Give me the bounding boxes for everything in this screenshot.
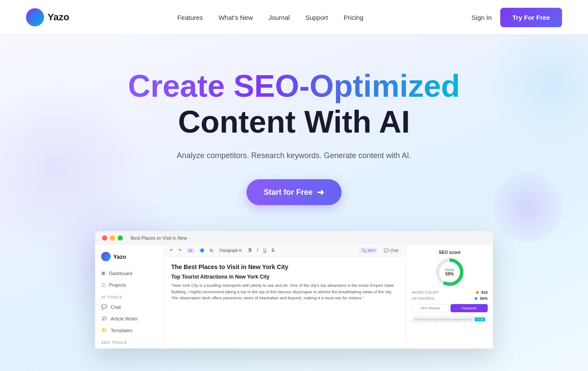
toolbar-underline[interactable]: U	[263, 248, 266, 253]
sidebar-item-projects[interactable]: ◫ Projects	[95, 279, 164, 291]
stat-keywords-label: KEYWORDS	[412, 296, 435, 301]
editor-content: The Best Places to Visit in New York Cit…	[164, 257, 406, 349]
editor-subtitle: Top Tourist Attractions in New York City	[171, 274, 399, 280]
dot-blue	[475, 297, 477, 300]
sidebar-item-article-writer[interactable]: 📰 Article Writer	[95, 313, 164, 324]
nav-support[interactable]: Support	[305, 14, 328, 21]
editor-body: "New York City is a bustling metropolis …	[171, 282, 399, 301]
gauge-label: Good	[445, 268, 454, 272]
toolbar-strikethrough[interactable]: S	[272, 248, 275, 253]
mockup-sidebar: Yazo ▣ Dashboard ◫ Projects AI TOOLS 💬 C…	[95, 245, 164, 349]
toolbar-bold[interactable]: B	[249, 248, 252, 253]
chat-icon: 💬	[101, 304, 107, 310]
hero-subtext: Analyze competitors. Research keywords. …	[177, 151, 411, 160]
start-free-button[interactable]: Start for Free ➜	[246, 179, 342, 205]
gauge-circle: Good 59%	[436, 258, 463, 286]
keyword-search-bar[interactable]: Find the best performing keywords for 5 …	[412, 316, 488, 323]
hero-section: Create SEO-Optimized Content With AI Ana…	[0, 35, 588, 371]
toolbar-redo[interactable]: ↷	[178, 248, 182, 253]
stat-wordcount-label: WORD COUNT	[412, 290, 439, 295]
headline-gradient-text: Create SEO-Optimized	[128, 69, 460, 103]
nav-journal[interactable]: Journal	[268, 14, 290, 21]
nav-actions: Sign In Try For Free	[472, 8, 562, 27]
deco-top-right	[484, 35, 588, 147]
seo-score-title: SEO score	[412, 250, 488, 255]
keywords-tab[interactable]: Keywords	[451, 304, 488, 312]
ai-tools-label: AI TOOLS	[95, 291, 164, 301]
seo-stats: WORD COUNT 815 KEYWORDS 56%	[412, 290, 488, 301]
titlebar-red-dot	[102, 235, 107, 241]
toolbar-italic[interactable]: I	[257, 248, 258, 253]
seo-tab-button[interactable]: 🔍 SEO	[359, 247, 378, 254]
toolbar-copy[interactable]: ⧉	[210, 248, 213, 253]
app-mockup: Best Places to Visit in New Yazo ▣ Dashb…	[95, 231, 493, 349]
mockup-titlebar: Best Places to Visit in New	[95, 231, 493, 245]
dashboard-icon: ▣	[101, 270, 105, 276]
dot-orange	[476, 291, 479, 294]
stat-row-wordcount: WORD COUNT 815	[412, 290, 488, 295]
titlebar-green-dot	[118, 235, 123, 241]
nav-pricing[interactable]: Pricing	[344, 14, 364, 21]
sidebar-article-label: Article Writer	[111, 316, 138, 321]
headline-dark-text: Content With AI	[128, 105, 460, 139]
editor-topbar: ↶ ↷ AI 🔷 ⧉ Paragraph ▾ B I U S 🔍	[164, 245, 406, 257]
stat-wordcount-val: 815	[476, 290, 488, 295]
mockup-editor: ↶ ↷ AI 🔷 ⧉ Paragraph ▾ B I U S 🔍	[164, 245, 406, 349]
stat-row-keywords: KEYWORDS 56%	[412, 296, 488, 301]
sidebar-item-chat[interactable]: 💬 Chat	[95, 301, 164, 313]
gauge-inner: Good 59%	[439, 262, 460, 282]
editor-title: The Best Places to Visit in New York Cit…	[171, 263, 399, 270]
start-free-label: Start for Free	[264, 188, 313, 197]
templates-icon: 📁	[101, 327, 107, 333]
sidebar-logo-text: Yazo	[113, 254, 126, 260]
try-free-button[interactable]: Try For Free	[500, 8, 562, 27]
seo-panel: SEO score Good 59% WORD COUNT	[406, 245, 493, 349]
brand-logo[interactable]: 🌀 Yazo	[26, 8, 69, 26]
sidebar-projects-label: Projects	[109, 282, 126, 288]
toolbar-ai[interactable]: AI	[187, 248, 194, 253]
gauge-pct: 59%	[445, 272, 454, 276]
sidebar-logo: Yazo	[95, 252, 164, 267]
sidebar-item-templates[interactable]: 📁 Templates	[95, 324, 164, 336]
mockup-frame: Best Places to Visit in New Yazo ▣ Dashb…	[95, 231, 493, 349]
hero-headline: Create SEO-Optimized Content With AI	[128, 69, 460, 139]
stat-keywords-val: 56%	[475, 296, 488, 301]
sign-in-link[interactable]: Sign In	[472, 14, 492, 21]
projects-icon: ◫	[101, 282, 105, 288]
sidebar-dashboard-label: Dashboard	[109, 271, 132, 276]
sidebar-chat-label: Chat	[111, 304, 121, 310]
nav-links: Features What's New Journal Support Pric…	[177, 14, 363, 21]
toolbar-wp[interactable]: 🔷	[199, 248, 205, 253]
arrow-right-icon: ➜	[317, 187, 324, 197]
toolbar-undo[interactable]: ↶	[169, 248, 173, 253]
nav-whats-new[interactable]: What's New	[218, 14, 253, 21]
keyword-search-text: Find the best performing keywords for	[414, 317, 472, 321]
seo-results-tab[interactable]: SEO Results	[412, 304, 449, 312]
logo-icon: 🌀	[26, 8, 44, 26]
navbar: 🌀 Yazo Features What's New Journal Suppo…	[0, 0, 588, 35]
sidebar-logo-icon	[101, 252, 111, 261]
deco-circle-right	[493, 173, 562, 242]
seo-tools-label: SEO TOOLS	[95, 336, 164, 346]
sidebar-templates-label: Templates	[111, 328, 132, 333]
chat-tab-button[interactable]: 💬 Chat	[381, 247, 401, 254]
toolbar-paragraph[interactable]: Paragraph ▾	[218, 248, 244, 253]
mockup-body: Yazo ▣ Dashboard ◫ Projects AI TOOLS 💬 C…	[95, 245, 493, 349]
brand-name: Yazo	[48, 12, 69, 23]
keyword-badge: 5 CB	[475, 317, 485, 321]
nav-features[interactable]: Features	[177, 14, 203, 21]
seo-bottom-tabs: SEO Results Keywords	[412, 304, 488, 312]
sidebar-item-dashboard[interactable]: ▣ Dashboard	[95, 267, 164, 279]
article-icon: 📰	[101, 316, 107, 321]
titlebar-yellow-dot	[110, 235, 115, 241]
seo-gauge: Good 59%	[412, 258, 488, 286]
titlebar-title: Best Places to Visit in New	[131, 235, 187, 241]
